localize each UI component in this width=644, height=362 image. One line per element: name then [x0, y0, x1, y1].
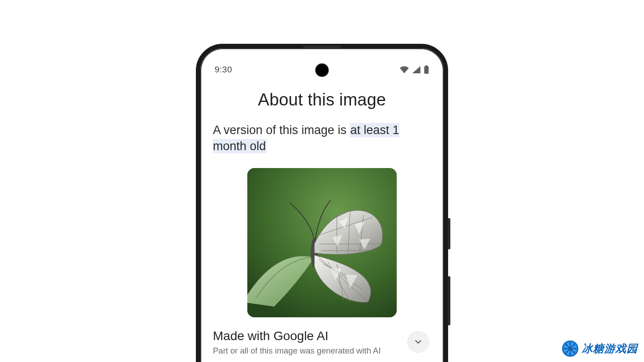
phone-frame: 9:30 About this image	[196, 44, 448, 362]
wifi-icon	[399, 66, 409, 74]
image-age-statement: A version of this image is at least 1 mo…	[213, 122, 431, 155]
expand-button[interactable]	[407, 331, 429, 353]
page-title: About this image	[213, 90, 431, 109]
svg-rect-1	[426, 65, 428, 67]
front-camera-punch-hole	[315, 63, 329, 77]
battery-icon	[424, 65, 429, 74]
site-watermark-text: 冰糖游戏园	[582, 341, 638, 356]
phone-speaker-slit	[303, 46, 341, 48]
phone-side-button-lower	[448, 276, 450, 325]
image-preview[interactable]	[247, 168, 397, 317]
status-icon-tray	[399, 65, 429, 74]
site-watermark: 冰糖游戏园	[562, 341, 638, 357]
provenance-body: Part or all of this image was generated …	[213, 346, 381, 356]
status-clock: 9:30	[215, 65, 232, 75]
phone-side-button-upper	[448, 218, 450, 249]
chevron-down-icon	[413, 337, 423, 347]
about-image-panel: About this image A version of this image…	[202, 77, 442, 356]
provenance-heading: Made with Google AI	[213, 329, 381, 343]
cell-signal-icon	[412, 66, 421, 74]
image-age-prefix: A version of this image is	[213, 123, 350, 137]
snowflake-logo-icon	[562, 341, 578, 357]
provenance-card: Made with Google AI Part or all of this …	[213, 329, 431, 356]
svg-rect-0	[424, 66, 429, 74]
